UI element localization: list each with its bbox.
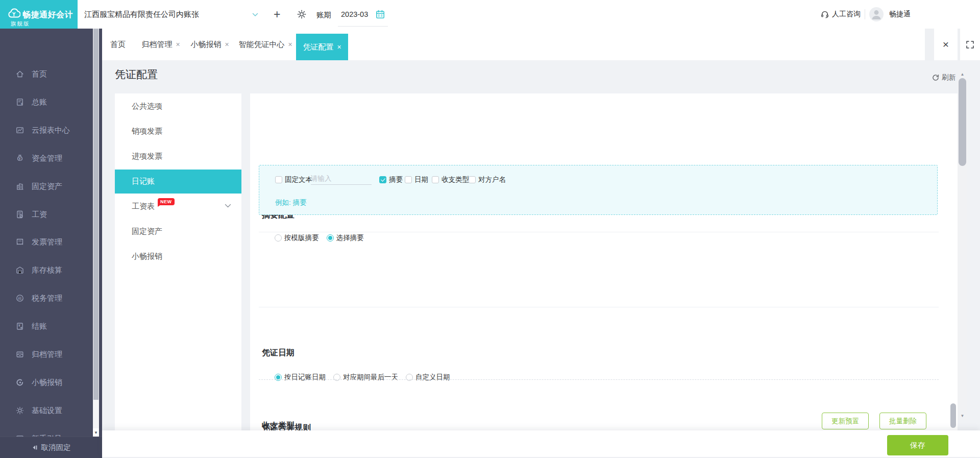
config-menu-item-payroll[interactable]: 工资表 NEW (115, 195, 241, 218)
config-menu-item-common[interactable]: 公共选项 (115, 94, 241, 118)
config-menu-item-reimburse[interactable]: 小畅报销 (115, 245, 241, 268)
sidebar-item-reimburse[interactable]: 小畅报销 (0, 374, 93, 391)
content-scroll-thumb[interactable] (959, 78, 966, 166)
menu-item-label: 小畅报销 (132, 252, 162, 261)
tab-home[interactable]: 首页 (102, 29, 134, 60)
checkbox-box (432, 176, 439, 183)
checkbox-box (379, 176, 386, 183)
sidebar-item-invoice[interactable]: 发票管理 (0, 233, 93, 251)
radio-select-summary[interactable]: 选择摘要 (327, 233, 364, 243)
tab-voucher-config[interactable]: 凭证配置 × (296, 34, 348, 60)
batch-delete-button[interactable]: 批量删除 (879, 413, 926, 429)
config-menu-panel: 公共选项 销项发票 进项发票 日记账 工资表 NEW 固定资产 小畅报销 (115, 93, 241, 430)
company-name: 江西服宝精品有限责任公司内账张 (84, 10, 199, 19)
inner-scroll-thumb[interactable] (950, 403, 956, 428)
radio-period-last-day[interactable]: 对应期间最后一天 (333, 373, 398, 382)
app-window: 畅捷通好会计 旗舰版 江西服宝精品有限责任公司内账张 + 账期 2023-03 … (0, 0, 980, 458)
avatar[interactable] (869, 7, 884, 21)
sidebar-item-home[interactable]: 首页 (0, 65, 93, 83)
menu-item-label: 进项发票 (132, 152, 162, 161)
config-menu-item-purchase-invoice[interactable]: 进项发票 (115, 144, 241, 168)
content-scrollbar[interactable]: ▲ ▼ (958, 70, 967, 420)
radio-journal-date[interactable]: 按日记账日期 (275, 373, 326, 382)
menu-item-label: 日记账 (132, 177, 155, 186)
sidebar-item-label: 结账 (32, 322, 47, 331)
sidebar-item-closing[interactable]: ¥ 结账 (0, 318, 93, 335)
period-label: 账期 (316, 10, 331, 20)
sidebar-item-label: 总账 (32, 98, 47, 107)
close-all-tabs-button[interactable]: × (934, 29, 958, 60)
checkbox-counterparty[interactable]: 对方户名 (469, 173, 506, 186)
period-value[interactable]: 2023-03 (341, 10, 368, 18)
tab-archive[interactable]: 归档管理 × (137, 29, 185, 60)
checkbox-summary[interactable]: 摘要 (379, 173, 403, 186)
radio-dot (327, 234, 334, 242)
svg-text:¥: ¥ (19, 157, 21, 160)
add-account-button[interactable]: + (274, 7, 280, 21)
company-selector[interactable]: 江西服宝精品有限责任公司内账张 (84, 0, 199, 29)
checkbox-box (275, 176, 282, 183)
support-link[interactable]: 人工咨询 (820, 0, 861, 29)
checkbox-label: 摘要 (389, 175, 403, 184)
radio-label: 按模版摘要 (284, 233, 319, 243)
refresh-button[interactable]: 刷新 (932, 73, 955, 82)
sidebar-item-settings[interactable]: 基础设置 (0, 402, 93, 419)
tab-close-icon[interactable]: × (176, 40, 180, 49)
radio-custom-date[interactable]: 自定义日期 (406, 373, 450, 382)
config-menu-item-journal[interactable]: 日记账 (115, 170, 241, 194)
tab-reimburse[interactable]: 小畅报销 × (186, 29, 234, 60)
checkbox-fixed-text[interactable]: 固定文本 (275, 173, 312, 186)
scroll-down-icon[interactable]: ▼ (958, 412, 967, 420)
sidebar-item-inventory[interactable]: 库存核算 (0, 261, 93, 279)
warehouse-icon (15, 266, 24, 275)
config-menu-item-fixed-assets[interactable]: 固定资产 (115, 220, 241, 243)
page-title: 凭证配置 (115, 67, 158, 82)
footer-bar: 保存 (102, 430, 980, 457)
period-field-underline (338, 26, 388, 27)
sidebar-item-archive[interactable]: 归档管理 (0, 346, 93, 363)
radio-label: 对应期间最后一天 (343, 373, 398, 382)
checkbox-income-type[interactable]: 收支类型 (432, 173, 469, 186)
brand-logo[interactable]: 畅捷通好会计 旗舰版 (0, 0, 78, 29)
username-menu[interactable]: 畅捷通 (889, 0, 911, 29)
username-label: 畅捷通 (889, 10, 911, 19)
scroll-up-icon[interactable]: ▲ (958, 70, 967, 78)
fullscreen-icon[interactable] (960, 29, 980, 60)
tab-close-icon[interactable]: × (288, 40, 292, 49)
tab-close-icon[interactable]: × (225, 40, 229, 49)
fixed-text-input[interactable] (311, 173, 372, 185)
calendar-icon[interactable] (376, 10, 385, 19)
sidebar-item-funds[interactable]: ¥ 资金管理 (0, 150, 93, 167)
checkbox-label: 固定文本 (285, 175, 312, 184)
section-divider (259, 232, 939, 232)
sidebar-scroll-down-icon[interactable]: ▼ (93, 428, 99, 437)
sidebar-item-label: 固定资产 (32, 182, 62, 191)
checkbox-label: 日期 (414, 175, 428, 184)
radio-template-summary[interactable]: 按模版摘要 (275, 233, 319, 243)
menu-item-label: 固定资产 (132, 227, 162, 236)
building-icon (15, 182, 24, 191)
tab-close-icon[interactable]: × (337, 43, 341, 51)
unpin-sidebar-button[interactable]: 取消固定 (0, 437, 102, 458)
section-title-income-type: 收支类型 (262, 421, 295, 430)
sidebar-scrollbar[interactable]: ▼ (93, 29, 99, 437)
sidebar-scroll-thumb[interactable] (93, 29, 99, 400)
sidebar-item-salary[interactable]: 工资 (0, 206, 93, 223)
checkbox-box (405, 176, 412, 183)
sidebar-item-cloud-reports[interactable]: 云报表中心 (0, 122, 93, 139)
gear-icon[interactable] (297, 9, 307, 19)
config-menu-item-sales-invoice[interactable]: 销项发票 (115, 119, 241, 143)
save-button[interactable]: 保存 (887, 435, 948, 455)
sidebar-item-fixed-assets[interactable]: 固定资产 (0, 178, 93, 195)
tab-label: 小畅报销 (190, 40, 221, 50)
refresh-icon (932, 74, 939, 81)
sidebar-item-general-ledger[interactable]: ¥ 总账 (0, 93, 93, 111)
summary-radio-group: 按模版摘要 选择摘要 (275, 233, 364, 243)
tab-label: 首页 (110, 40, 126, 50)
checkbox-date[interactable]: 日期 (405, 173, 428, 186)
tab-smart-voucher[interactable]: 智能凭证中心 × (235, 29, 296, 60)
chevron-down-icon[interactable] (252, 13, 258, 17)
sidebar-item-tax[interactable]: 税 税务管理 (0, 290, 93, 307)
reimburse-logo-icon (15, 378, 24, 387)
update-preset-button[interactable]: 更新预置 (822, 413, 869, 429)
